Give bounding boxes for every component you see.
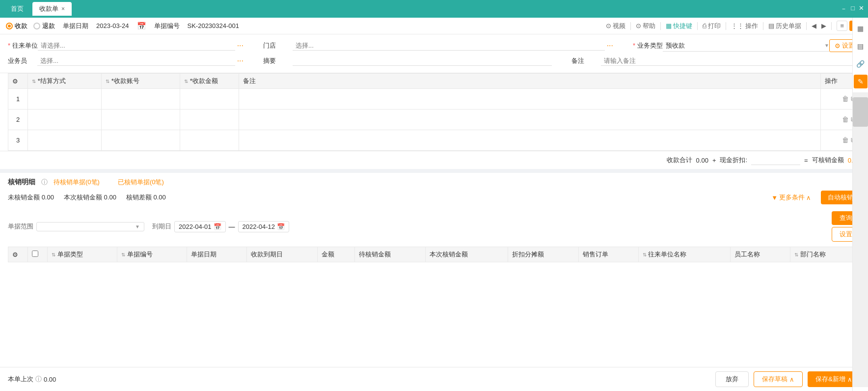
bth-no-label: 单据编号 — [127, 251, 153, 258]
scrollbar-area[interactable] — [853, 92, 868, 387]
tab-receipt[interactable]: 收款单 × — [32, 2, 72, 16]
row3-account[interactable] — [102, 130, 180, 151]
sort-settle-icon[interactable]: ⇅ — [32, 79, 36, 84]
range-field: 单据范围 ▼ — [8, 222, 144, 231]
bth-checkbox[interactable] — [28, 247, 48, 262]
footer-info-icon[interactable]: ⓘ — [35, 375, 42, 384]
date-to-input[interactable]: 2022-04-12 📅 — [238, 221, 290, 232]
biz-type-label: 业务类型 — [633, 41, 663, 50]
operation-btn[interactable]: ⋮⋮ 操作 — [731, 22, 758, 30]
filter-more-btn[interactable]: ▼ 更多条件 ∧ — [771, 193, 811, 202]
row2-account[interactable] — [102, 110, 180, 130]
row1-remark[interactable] — [239, 89, 821, 110]
row3-settle[interactable] — [28, 130, 102, 151]
sort-account-icon[interactable]: ⇅ — [106, 79, 109, 84]
summary-label: 摘要 — [263, 56, 293, 65]
salesperson-input[interactable] — [37, 56, 235, 66]
bottom-table-header-row: ⚙ ⇅ 单据类型 ⇅ 单据编号 单据日期 — [8, 247, 860, 262]
row1-delete-btn[interactable]: 🗑 — [842, 95, 849, 103]
filter-up-icon: ∧ — [806, 194, 811, 201]
remark-input[interactable] — [601, 56, 860, 66]
row2-remark[interactable] — [239, 110, 821, 130]
table-area: ⚙ ⇅ *结算方式 ⇅ *收款账号 ⇅ *收款金额 备注 — [0, 73, 868, 151]
print-btn[interactable]: ⎙ 打印 — [703, 22, 721, 30]
history-btn[interactable]: ▤ 历史单据 — [768, 22, 801, 30]
row3-amount[interactable] — [180, 130, 239, 151]
sort-type-icon[interactable]: ⇅ — [52, 252, 55, 257]
calendar-icon[interactable]: 📅 — [137, 22, 146, 30]
shortcut-btn[interactable]: ▦ 快捷键 — [666, 22, 692, 30]
tab-home[interactable]: 首页 — [4, 2, 30, 16]
row1-account[interactable] — [102, 89, 180, 110]
table-header-row: ⚙ ⇅ *结算方式 ⇅ *收款账号 ⇅ *收款金额 备注 — [8, 74, 860, 89]
maximize-btn[interactable]: □ — [851, 4, 855, 13]
reconcile-info-icon[interactable]: ⓘ — [41, 178, 48, 187]
save-draft-arrow: ∧ — [789, 376, 794, 383]
nav-next-btn[interactable]: ▶ — [821, 22, 826, 29]
bth-gear[interactable]: ⚙ — [8, 247, 28, 262]
row1-settle[interactable] — [28, 89, 102, 110]
row2-delete-btn[interactable]: 🗑 — [842, 115, 849, 124]
row3-remark[interactable] — [239, 130, 821, 151]
range-select[interactable]: ▼ — [36, 222, 144, 231]
right-panel-link-btn[interactable]: 🔗 — [854, 57, 868, 71]
doc-no-label: 单据编号 — [154, 22, 180, 30]
toolbar-row: 收款 退款 单据日期 2023-03-24 📅 单据编号 SK-20230324… — [0, 18, 868, 34]
close-btn[interactable]: ✕ — [859, 4, 864, 13]
radio-receipt[interactable]: 收款 — [6, 22, 27, 30]
stat-diff-val: 0.00 — [154, 194, 166, 201]
footer-info: 本单上次 ⓘ 0.00 — [8, 375, 56, 384]
tab-receipt-close[interactable]: × — [61, 5, 65, 12]
range-select-arrow: ▼ — [135, 224, 140, 229]
right-panel-edit-btn[interactable]: ✎ — [854, 75, 868, 88]
doc-no-value: SK-20230324-001 — [188, 22, 240, 29]
save-draft-btn[interactable]: 保存草稿 ∧ — [754, 371, 803, 387]
radio-receipt-label: 收款 — [15, 22, 27, 30]
nav-prev-btn[interactable]: ◀ — [812, 22, 816, 29]
bth-due-date-label: 收款到期日 — [251, 251, 283, 258]
doc-info: 单据日期 2023-03-24 📅 单据编号 SK-20230324-001 — [63, 22, 239, 30]
right-panel-doc-btn[interactable]: ▤ — [854, 39, 868, 53]
store-more-icon[interactable]: ··· — [607, 41, 613, 50]
help-btn[interactable]: ⊙ 帮助 — [636, 22, 655, 30]
reconcile-stats: 未核销金额 0.00 本次核销金额 0.00 核销差额 0.00 ▼ 更多条件 … — [8, 191, 860, 204]
select-all-checkbox[interactable] — [32, 251, 38, 257]
store-input[interactable] — [293, 41, 605, 51]
pending-tab-link[interactable]: 待核销单据(0笔) — [54, 178, 100, 187]
biz-type-select[interactable]: 预收款 ▼ — [663, 40, 829, 52]
discount-label: 现金折扣: — [720, 156, 747, 165]
form-row-2: 业务员 ··· 摘要 备注 — [8, 56, 860, 66]
sort-no-icon[interactable]: ⇅ — [121, 252, 125, 257]
abandon-btn[interactable]: 放弃 — [715, 371, 749, 387]
summary-input[interactable] — [293, 56, 552, 66]
date-from-input[interactable]: 2022-04-01 📅 — [174, 221, 226, 232]
summary-row: 收款合计 0.00 + 现金折扣: = 可核销金额 0.00 — [0, 151, 868, 169]
row1-amount[interactable] — [180, 89, 239, 110]
store-label: 门店 — [263, 41, 293, 50]
th-settings[interactable]: ⚙ — [8, 74, 28, 89]
bth-due-date: 收款到期日 — [246, 247, 317, 262]
counterparty-more-icon[interactable]: ··· — [237, 41, 244, 50]
bth-employee: 员工名称 — [731, 247, 790, 262]
sort-dept-icon[interactable]: ⇅ — [794, 252, 798, 257]
right-panel-table-btn[interactable]: ▦ — [854, 22, 868, 35]
row2-settle[interactable] — [28, 110, 102, 130]
scrollbar-thumb[interactable] — [853, 97, 868, 127]
total-label: 收款合计 — [667, 156, 692, 165]
tab-receipt-label: 收款单 — [39, 4, 58, 13]
radio-refund-dot — [33, 23, 40, 29]
verified-tab-link[interactable]: 已核销单据(0笔) — [118, 178, 164, 187]
bth-current-label: 本次核销金额 — [430, 251, 468, 258]
table-row: 3 🗑 ⧉ — [8, 130, 860, 151]
discount-input[interactable] — [751, 155, 800, 165]
radio-refund[interactable]: 退款 — [33, 22, 55, 30]
salesperson-more-icon[interactable]: ··· — [237, 56, 244, 65]
row3-delete-btn[interactable]: 🗑 — [842, 136, 849, 144]
video-btn[interactable]: ⊙ 视频 — [606, 22, 625, 30]
counterparty-input[interactable] — [38, 41, 235, 51]
minimize-btn[interactable]: － — [841, 4, 847, 13]
row2-amount[interactable] — [180, 110, 239, 130]
sort-amount-icon[interactable]: ⇅ — [184, 79, 188, 84]
sort-counterparty-icon[interactable]: ⇅ — [643, 252, 647, 257]
view-list-btn[interactable]: ≡ — [837, 21, 847, 31]
